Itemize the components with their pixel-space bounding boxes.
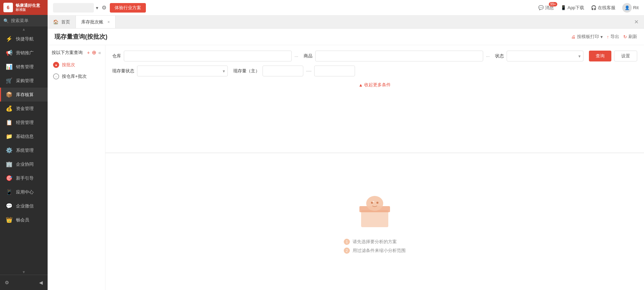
sidebar-collapse-icon[interactable]: ◀: [38, 278, 44, 287]
sidebar-scroll-up-icon[interactable]: ▲: [22, 27, 26, 31]
hint-num-2: 2: [344, 248, 350, 254]
product-label: 商品: [304, 53, 312, 59]
message-icon: 💬: [538, 5, 544, 10]
sidebar-item-label: 快捷导航: [16, 36, 34, 42]
tab-home-label: 首页: [61, 19, 70, 25]
collapse-conditions-button[interactable]: ▲ 收起更多条件: [112, 80, 637, 88]
hint-text-2: 用过滤条件来缩小分析范围: [353, 248, 406, 254]
filter-area: 仓库 ··· 商品 ··· 状态: [105, 45, 644, 152]
empty-svg: [354, 190, 395, 231]
inventory-status-select-wrapper: 全部 有库存 无库存 ▾: [137, 66, 228, 76]
tab-inventory-batch[interactable]: 库存批次账 ×: [76, 16, 116, 28]
inventory-icon: 📦: [6, 91, 13, 98]
sidebar-item-app-center[interactable]: 📱 应用中心: [0, 185, 48, 199]
sidebar-search[interactable]: 🔍 搜索菜单: [0, 15, 48, 26]
tab-close-icon[interactable]: ×: [107, 20, 110, 24]
export-icon: ↑: [607, 34, 609, 39]
settings-button[interactable]: 设置: [614, 51, 637, 61]
inventory-status-filter-group: 现存量状态 全部 有库存 无库存 ▾: [112, 66, 228, 76]
sidebar-scroll-down-icon[interactable]: ▼: [22, 270, 26, 274]
inventory-qty-min-input[interactable]: [262, 66, 303, 76]
print-button[interactable]: 🖨 按模板打印 ▾: [571, 34, 603, 40]
sidebar-item-label: 应用中心: [16, 189, 34, 195]
sidebar-item-label: 企业微信: [16, 203, 34, 209]
topbar-gear-icon[interactable]: ⚙: [102, 4, 106, 11]
page-header-actions: 🖨 按模板打印 ▾ ↑ 导出 ↻ 刷新: [571, 34, 638, 40]
topbar-dropdown-icon[interactable]: ▾: [96, 5, 98, 11]
hint-text-1: 请先选择要分析的方案: [353, 239, 397, 245]
sidebar-item-system[interactable]: ⚙️ 系统管理: [0, 143, 48, 157]
sidebar-item-finance[interactable]: 💰 资金管理: [0, 102, 48, 115]
scheme-item-by-batch[interactable]: ● 按批次: [48, 59, 105, 71]
sidebar-item-inventory[interactable]: 📦 库存核算: [0, 88, 48, 102]
sidebar-item-basic[interactable]: 📁 基础信息: [0, 129, 48, 143]
main-area: ▾ ⚙ 体验行业方案 💬 消息 99+ 📱 App下载 🎧 在线客服 👤: [48, 0, 644, 290]
right-panel: 仓库 ··· 商品 ··· 状态: [105, 45, 644, 290]
topbar-search-input[interactable]: [53, 3, 94, 13]
tab-close-right-icon[interactable]: ✕: [629, 16, 644, 28]
inventory-qty-filter-group: 现存量（主） —: [233, 66, 356, 76]
user-avatar: 👤: [622, 3, 632, 13]
sidebar-item-label: 企业协同: [16, 161, 34, 167]
status-label: 状态: [495, 53, 504, 59]
company-info: 畅康通好生意 标准版: [16, 3, 40, 12]
scheme-header-label: 按以下方案查询: [52, 50, 83, 56]
sales-icon: 📊: [6, 64, 13, 70]
warehouse-label: 仓库: [112, 53, 121, 59]
refresh-icon: ↻: [623, 34, 627, 39]
warehouse-input[interactable]: [124, 51, 292, 61]
scheme-item-by-warehouse-batch[interactable]: ○ 按仓库+批次: [48, 71, 105, 82]
marketing-icon: 📢: [6, 50, 13, 56]
user-profile[interactable]: 👤 Rit: [622, 3, 639, 13]
query-button[interactable]: 查询: [589, 51, 611, 61]
sidebar-item-label: 新手引导: [16, 175, 34, 181]
scheme-collapse-icon[interactable]: «: [98, 50, 101, 55]
operations-icon: 📋: [6, 119, 13, 126]
sidebar-item-quick-nav[interactable]: ⚡ 快捷导航: [0, 32, 48, 46]
online-service-action[interactable]: 🎧 在线客服: [591, 5, 615, 11]
sidebar-item-marketing[interactable]: 📢 营销推广: [0, 46, 48, 60]
print-dropdown-icon[interactable]: ▾: [600, 34, 603, 39]
topbar: ▾ ⚙ 体验行业方案 💬 消息 99+ 📱 App下载 🎧 在线客服 👤: [48, 0, 644, 16]
sidebar-item-purchase[interactable]: 🛒 采购管理: [0, 74, 48, 88]
search-icon: 🔍: [3, 18, 9, 23]
scheme-item-by-batch-label: 按批次: [62, 62, 75, 68]
product-filter-group: 商品 ···: [304, 51, 490, 61]
sidebar-item-newbie[interactable]: 🎯 新手引导: [0, 171, 48, 185]
scheme-panel: 按以下方案查询 + ⊕ « ● 按批次 ○: [48, 45, 105, 290]
export-button[interactable]: ↑ 导出: [607, 34, 620, 40]
scheme-settings-icon[interactable]: ⊕: [92, 49, 96, 56]
sidebar-nav: ⚡ 快捷导航 📢 营销推广 📊 销售管理 🛒 采购管理 📦 库存核算 💰 资金管…: [0, 32, 48, 269]
refresh-button[interactable]: ↻ 刷新: [623, 34, 637, 40]
status-select-wrapper: 全部 正常 禁用 ▾: [507, 51, 583, 61]
empty-hints: 1 请先选择要分析的方案 2 用过滤条件来缩小分析范围: [344, 239, 406, 254]
message-action[interactable]: 💬 消息 99+: [538, 5, 554, 11]
system-icon: ⚙️: [6, 147, 13, 153]
inventory-qty-max-input[interactable]: [314, 66, 355, 76]
product-input[interactable]: [315, 51, 483, 61]
content-body: 按以下方案查询 + ⊕ « ● 按批次 ○: [48, 45, 644, 290]
print-label: 按模板打印: [577, 34, 599, 40]
sidebar-settings-icon[interactable]: ⚙: [3, 278, 11, 287]
experience-button[interactable]: 体验行业方案: [110, 3, 146, 13]
tab-home[interactable]: 🏠 首页: [48, 16, 76, 28]
inventory-status-select[interactable]: 全部 有库存 无库存: [137, 66, 228, 76]
sidebar-item-enterprise[interactable]: 🏢 企业协同: [0, 157, 48, 171]
app-download-action[interactable]: 📱 App下载: [561, 5, 584, 11]
print-icon: 🖨: [571, 34, 576, 39]
sidebar-item-sales[interactable]: 📊 销售管理: [0, 60, 48, 74]
headset-icon: 🎧: [591, 5, 596, 10]
sidebar-item-operations[interactable]: 📋 经营管理: [0, 115, 48, 129]
scheme-add-icon[interactable]: +: [87, 50, 90, 55]
topbar-search-area: ▾: [53, 3, 98, 13]
quick-nav-icon: ⚡: [6, 36, 13, 42]
sidebar-item-wechat[interactable]: 💬 企业微信: [0, 199, 48, 213]
warehouse-more-icon[interactable]: ···: [294, 54, 298, 59]
scheme-active-indicator: ●: [53, 62, 59, 68]
status-select[interactable]: 全部 正常 禁用: [507, 51, 583, 61]
sidebar-item-member[interactable]: 👑 畅会员: [0, 213, 48, 227]
empty-state: 1 请先选择要分析的方案 2 用过滤条件来缩小分析范围: [105, 153, 644, 290]
username-label: Rit: [633, 5, 639, 10]
product-more-icon[interactable]: ···: [486, 54, 490, 59]
empty-hint-2: 2 用过滤条件来缩小分析范围: [344, 248, 406, 254]
